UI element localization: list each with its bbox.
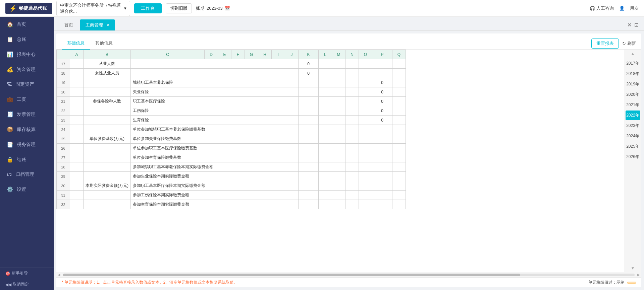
h-scroll-left-btn[interactable]: ◀ [56,273,62,277]
cell-a[interactable] [70,59,84,69]
workbench-button[interactable]: 工作台 [134,3,162,13]
cell-a[interactable] [70,191,84,200]
cell-m[interactable] [332,144,345,153]
cell-b[interactable] [84,191,131,200]
cell-k[interactable] [299,97,319,106]
cell-m[interactable] [332,78,345,87]
cell-o[interactable] [359,144,372,153]
cell-p[interactable] [372,59,392,69]
cell-l[interactable] [319,191,332,200]
cell-a[interactable] [70,125,84,134]
unpin-button[interactable]: ◀◀ 取消固定 [0,279,54,290]
cell-b[interactable]: 从业人数 [84,59,131,69]
cell-k[interactable] [299,181,319,191]
cell-n[interactable] [345,144,359,153]
sidebar-item-settings[interactable]: ⚙️ 设置 [0,182,54,197]
cell-q[interactable] [392,162,406,172]
cell-n[interactable] [345,116,359,125]
cell-o[interactable] [359,69,372,78]
cell-l[interactable] [319,59,332,69]
cell-n[interactable] [345,59,359,69]
cell-a[interactable] [70,106,84,116]
cell-k[interactable] [299,172,319,181]
cell-c[interactable]: 单位参加生育保险缴费基数 [131,153,299,162]
cell-a[interactable] [70,200,84,209]
sub-tab-basic[interactable]: 基础信息 [62,38,90,50]
cell-m[interactable] [332,162,345,172]
user-label[interactable]: 用友 [630,5,639,11]
cell-o[interactable] [359,162,372,172]
cell-q[interactable] [392,97,406,106]
cell-a[interactable] [70,172,84,181]
cell-q[interactable] [392,181,406,191]
cell-c[interactable]: 参加职工基本医疗保险本期实际缴费金额 [131,181,299,191]
cell-o[interactable] [359,97,372,106]
cell-b[interactable] [84,78,131,87]
cell-n[interactable] [345,134,359,144]
cell-n[interactable] [345,181,359,191]
cell-c[interactable]: 职工基本医疗保险 [131,97,299,106]
cell-n[interactable] [345,162,359,172]
cell-o[interactable] [359,181,372,191]
cell-q[interactable] [392,191,406,200]
cell-a[interactable] [70,97,84,106]
cell-k[interactable]: 0 [299,69,319,78]
h-scroll-right-btn[interactable]: ▶ [636,273,641,277]
old-version-button[interactable]: 切到旧版 [166,3,192,13]
sidebar-item-reports[interactable]: 📊 报表中心 [0,47,54,62]
cell-o[interactable] [359,78,372,87]
year-item[interactable]: 2021年 [626,100,640,110]
sub-tab-other[interactable]: 其他信息 [90,38,118,50]
newbie-guide-button[interactable]: 🎯 新手引导 [0,268,54,279]
cell-c[interactable]: 参加生育保险本期实际缴费金额 [131,200,299,209]
cell-c[interactable]: 参加城镇职工基本养老保险本期实际缴费金额 [131,162,299,172]
spreadsheet-scroll[interactable]: A B C D E F G H I J K L [56,50,624,272]
cell-b[interactable] [84,125,131,134]
cell-q[interactable] [392,200,406,209]
cell-p[interactable] [372,153,392,162]
cell-k[interactable] [299,106,319,116]
cell-b[interactable]: 单位缴费基数(万元) [84,134,131,144]
sidebar-item-invoice[interactable]: 🧾 发票管理 [0,107,54,122]
cell-c[interactable]: 单位参加职工基本医疗保险缴费基数 [131,144,299,153]
year-scroll-up[interactable] [624,50,641,57]
cell-a[interactable] [70,153,84,162]
cell-n[interactable] [345,106,359,116]
cell-p[interactable] [372,172,392,181]
cell-a[interactable] [70,144,84,153]
cell-l[interactable] [319,144,332,153]
cell-o[interactable] [359,87,372,97]
cell-l[interactable] [319,69,332,78]
cell-k[interactable] [299,78,319,87]
cell-q[interactable] [392,153,406,162]
cell-m[interactable] [332,200,345,209]
cell-k[interactable] [299,144,319,153]
cell-m[interactable] [332,116,345,125]
cell-m[interactable] [332,172,345,181]
cell-m[interactable] [332,59,345,69]
cell-p[interactable]: 0 [372,87,392,97]
close-window-button[interactable]: ✕ [627,22,632,28]
expand-window-button[interactable]: ⊡ [634,22,639,28]
cell-l[interactable] [319,162,332,172]
cell-p[interactable] [372,181,392,191]
cell-c[interactable]: 工伤保险 [131,106,299,116]
company-selector[interactable]: 中审众环会计师事务所（特殊普通合伙... ▾ [56,1,130,16]
cell-k[interactable] [299,191,319,200]
cell-m[interactable] [332,153,345,162]
cell-o[interactable] [359,172,372,181]
cell-q[interactable] [392,125,406,134]
year-item[interactable]: 2022年 [626,111,640,120]
year-item[interactable]: 2025年 [626,142,640,151]
cell-c[interactable] [131,59,299,69]
cell-a[interactable] [70,162,84,172]
cell-l[interactable] [319,125,332,134]
cell-q[interactable] [392,87,406,97]
cell-n[interactable] [345,200,359,209]
cell-l[interactable] [319,172,332,181]
cell-a[interactable] [70,116,84,125]
cell-b[interactable] [84,162,131,172]
cell-k[interactable] [299,116,319,125]
cell-p[interactable] [372,200,392,209]
cell-l[interactable] [319,116,332,125]
